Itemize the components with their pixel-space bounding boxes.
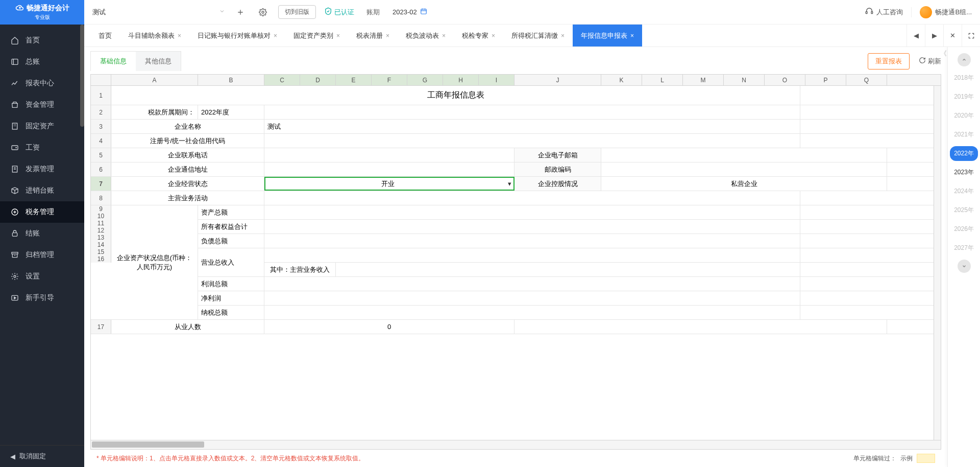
col-head[interactable]: G — [407, 75, 443, 85]
nav-close[interactable]: 结账 — [0, 223, 84, 244]
row-head[interactable]: 13 — [91, 234, 111, 241]
tab[interactable]: 税检专家× — [454, 25, 503, 46]
tab[interactable]: 日记账与银行对账单核对× — [189, 25, 285, 46]
add-button[interactable] — [233, 5, 248, 19]
total-assets-label[interactable]: 资产总额 — [198, 205, 264, 219]
col-head[interactable]: C — [264, 75, 300, 85]
total-tax-label[interactable]: 纳税总额 — [198, 306, 264, 319]
owner-equity-value[interactable] — [264, 220, 800, 233]
sub-tab[interactable]: 其他信息 — [136, 52, 181, 71]
nav-fixed-assets[interactable]: 固定资产 — [0, 115, 84, 137]
addr-label[interactable]: 企业通信地址 — [111, 162, 264, 176]
year-item[interactable]: 2025年 — [950, 203, 978, 218]
tab-close-all[interactable]: ✕ — [943, 25, 962, 47]
year-item[interactable]: 2024年 — [950, 184, 978, 199]
year-scroll-down[interactable] — [958, 260, 971, 273]
col-head[interactable]: L — [642, 75, 683, 85]
close-icon[interactable]: × — [386, 32, 389, 39]
period-value-cell[interactable]: 2022年度 — [198, 105, 264, 119]
row-head[interactable]: 7 — [91, 177, 111, 191]
empty-cell[interactable] — [264, 105, 800, 119]
period-label-cell[interactable]: 税款所属期间： — [111, 105, 198, 119]
close-icon[interactable]: × — [336, 32, 340, 39]
phone-value[interactable] — [264, 148, 514, 162]
tab[interactable]: 斗目辅助余额表× — [120, 25, 189, 46]
nav-home[interactable]: 首页 — [0, 30, 84, 51]
tab[interactable]: 年报信息申报表× — [573, 25, 642, 46]
sidebar-unpin[interactable]: ◀ 取消固定 — [0, 445, 84, 467]
switch-old-version-button[interactable]: 切到旧版 — [278, 5, 316, 19]
row-head[interactable]: 2 — [91, 105, 111, 119]
close-icon[interactable]: × — [274, 32, 277, 39]
row-head[interactable]: 12 — [91, 227, 111, 234]
zip-value[interactable] — [601, 162, 887, 176]
col-head[interactable]: M — [683, 75, 724, 85]
period-picker[interactable]: 2023-02 — [388, 5, 432, 19]
total-rev-value[interactable] — [264, 248, 800, 262]
col-head[interactable]: E — [336, 75, 372, 85]
col-head[interactable]: D — [300, 75, 336, 85]
col-head[interactable]: I — [479, 75, 514, 85]
company-selector[interactable]: 测试 — [92, 8, 225, 17]
year-item[interactable]: 2018年 — [950, 71, 978, 85]
nav-guide[interactable]: 新手引导 — [0, 287, 84, 309]
company-name-value[interactable]: 测试 — [264, 120, 800, 133]
empty-cell[interactable] — [514, 320, 887, 334]
year-item[interactable]: 2027年 — [950, 241, 978, 255]
col-head[interactable]: B — [198, 75, 264, 85]
zip-label[interactable]: 邮政编码 — [514, 162, 601, 176]
row-head[interactable]: 4 — [91, 134, 111, 148]
row-head[interactable]: 15 — [91, 248, 111, 255]
email-value[interactable] — [601, 148, 887, 162]
nav-reports[interactable]: 报表中心 — [0, 73, 84, 94]
total-liab-value[interactable] — [264, 234, 800, 248]
net-profit-label[interactable]: 净利润 — [198, 291, 264, 305]
col-head[interactable]: J — [514, 75, 601, 85]
reg-code-label[interactable]: 注册号/统一社会信用代码 — [111, 134, 264, 148]
year-scroll-up[interactable] — [958, 53, 971, 66]
total-tax-value[interactable] — [264, 306, 800, 319]
tab[interactable]: 所得税汇算清缴× — [503, 25, 573, 46]
year-item[interactable]: 2023年 — [950, 165, 978, 180]
tab-scroll-left[interactable]: ◀ — [906, 25, 925, 47]
reset-report-button[interactable]: 重置报表 — [868, 53, 910, 69]
row-head[interactable]: 9 — [91, 205, 111, 213]
main-rev-sub-label[interactable]: 其中：主营业务收入 — [264, 263, 336, 276]
user-menu[interactable]: 畅捷通B组... — [920, 6, 972, 18]
holding-value[interactable]: 私营企业 — [601, 177, 887, 191]
vertical-scrollbar[interactable] — [934, 86, 941, 440]
main-biz-value[interactable] — [264, 191, 800, 205]
col-head[interactable]: F — [372, 75, 407, 85]
col-head[interactable]: N — [724, 75, 765, 85]
close-icon[interactable]: × — [492, 32, 495, 39]
year-item[interactable]: 2022年 — [950, 146, 978, 161]
year-item[interactable]: 2021年 — [950, 127, 978, 142]
main-rev-sub-value[interactable] — [336, 263, 800, 276]
row-head[interactable]: 17 — [91, 320, 111, 334]
year-item[interactable]: 2019年 — [950, 89, 978, 104]
fullscreen-button[interactable] — [962, 25, 980, 47]
col-head[interactable]: H — [443, 75, 479, 85]
net-profit-value[interactable] — [264, 291, 800, 305]
email-label[interactable]: 企业电子邮箱 — [514, 148, 601, 162]
addr-value[interactable] — [264, 162, 514, 176]
row-head[interactable]: 11 — [91, 220, 111, 227]
sub-tab[interactable]: 基础信息 — [91, 52, 136, 71]
close-icon[interactable]: × — [178, 32, 181, 39]
year-collapse-button[interactable]: 《 — [940, 49, 947, 58]
corner-cell[interactable] — [91, 75, 111, 85]
horizontal-scrollbar[interactable] — [91, 440, 941, 449]
row-head[interactable]: 8 — [91, 191, 111, 205]
nav-tax[interactable]: 税务管理 — [0, 201, 84, 223]
total-profit-value[interactable] — [264, 277, 800, 291]
total-profit-label[interactable]: 利润总额 — [198, 277, 264, 291]
col-head[interactable]: A — [111, 75, 198, 85]
col-head[interactable]: K — [601, 75, 642, 85]
settings-button[interactable] — [256, 5, 270, 19]
col-head[interactable]: Q — [846, 75, 887, 85]
phone-label[interactable]: 企业联系电话 — [111, 148, 264, 162]
col-head[interactable]: P — [805, 75, 846, 85]
employees-label[interactable]: 从业人数 — [111, 320, 264, 334]
nav-invoice[interactable]: 发票管理 — [0, 158, 84, 180]
tab[interactable]: 税表清册× — [348, 25, 398, 46]
